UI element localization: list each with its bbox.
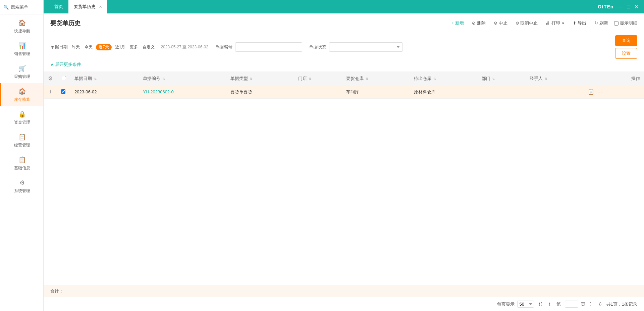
sidebar-item-purchase-mgmt[interactable]: 🛒 采购管理 [0,60,43,83]
pagination: 每页显示 20 50 100 ⟨⟨ ⟨ 第 1 页 ⟩ ⟩⟩ 共1页，1条记录 [44,297,644,311]
page-label: 第 [556,301,561,307]
col-date[interactable]: 单据日期 ⇅ [70,72,139,85]
sidebar-item-label: 系统管理 [14,188,30,194]
filter-row-1: 单据日期 昨天 今天 近7天 近1月 更多 自定义 2023-05-27 至 2… [50,35,637,59]
delete-button[interactable]: ⊘ 删除 [470,19,488,28]
row-req-warehouse: 车间库 [342,85,410,99]
row-checkbox[interactable] [61,89,65,94]
doc-number-input[interactable] [235,42,302,52]
search-icon: 🔍 [3,5,9,10]
query-button[interactable]: 查询 [615,35,637,46]
col-req-warehouse[interactable]: 要货仓库 ⇅ [342,72,410,85]
sidebar-search-label: 搜索菜单 [11,4,28,10]
stop-button[interactable]: ⊘ 中止 [492,19,509,28]
print-label: 🖨 打印 [546,20,560,26]
print-dropdown-icon[interactable]: ▼ [561,21,565,25]
sys-icon: ⚙ [19,179,25,186]
row-department [478,85,526,99]
print-button[interactable]: 🖨 打印 ▼ [544,19,567,28]
table-settings-icon[interactable]: ⚙ [48,76,53,81]
finance-icon: 🔒 [18,110,26,118]
col-actions: 操作 [584,72,644,85]
page-header: 要货单历史 + 新增 ⊘ 删除 ⊘ 中止 ⊘ 取消中止 🖨 打印 ▼ ⬆ 导出 … [44,13,644,31]
sidebar-item-quick-nav[interactable]: 🏠 快捷导航 [0,14,43,37]
row-edit-btn[interactable]: 📋 [588,89,594,95]
brand-label: OfTEn [598,4,613,9]
last-page-btn[interactable]: ⟩⟩ [596,301,604,307]
col-doc-type[interactable]: 单据类型 ⇅ [226,72,294,85]
cancel-stop-button[interactable]: ⊘ 取消中止 [514,19,540,28]
sidebar-item-label: 库存核算 [14,97,30,102]
expand-more-btn[interactable]: ∨ 展开更多条件 [50,61,637,68]
refresh-button[interactable]: ↻ 刷新 [592,19,610,28]
sort-date-icon: ⇅ [94,77,97,81]
col-store[interactable]: 门店 ⇅ [294,72,342,85]
tab-home[interactable]: 首页 [49,0,68,13]
date-custom[interactable]: 自定义 [141,44,156,50]
filter-area: 单据日期 昨天 今天 近7天 近1月 更多 自定义 2023-05-27 至 2… [44,31,644,72]
sidebar-item-inventory[interactable]: 🏠 库存核算 [0,83,43,106]
col-pending-warehouse[interactable]: 待出仓库 ⇅ [410,72,478,85]
row-more-btn[interactable]: ⋯ [597,89,602,95]
sidebar-item-label: 经营管理 [14,142,30,148]
sales-icon: 📊 [18,42,26,49]
export-button[interactable]: ⬆ 导出 [571,19,589,28]
col-handler[interactable]: 经手人 ⇅ [526,72,584,85]
first-page-btn[interactable]: ⟨⟨ [537,301,544,307]
date-more[interactable]: 更多 [128,44,139,50]
settings-button[interactable]: 设置 [615,48,637,59]
maximize-btn[interactable]: □ [627,4,630,10]
status-select[interactable] [329,42,403,52]
sidebar-item-sys-mgmt[interactable]: ⚙ 系统管理 [0,174,43,197]
display-detail-checkbox[interactable] [614,21,619,26]
toolbar: + 新增 ⊘ 删除 ⊘ 中止 ⊘ 取消中止 🖨 打印 ▼ ⬆ 导出 ↻ 刷新 显… [449,19,637,28]
sidebar-item-basic-info[interactable]: 📋 基础信息 [0,151,43,174]
page-size-label: 每页显示 [497,301,515,307]
sidebar-item-label: 资金管理 [14,120,30,125]
ops-icon: 📋 [18,133,26,141]
tab-requisition-history[interactable]: 要货单历史 ✕ [68,0,107,13]
date-yesterday[interactable]: 昨天 [70,44,81,50]
sort-handler-icon: ⇅ [545,77,547,81]
basic-info-icon: 📋 [18,156,26,164]
sidebar-item-finance-mgmt[interactable]: 🔒 资金管理 [0,106,43,129]
date-7days[interactable]: 近7天 [96,44,112,50]
row-handler [526,85,584,99]
sidebar-item-label: 采购管理 [14,74,30,80]
sidebar: 🔍 搜索菜单 🏠 快捷导航 📊 销售管理 🛒 采购管理 🏠 库存核算 🔒 资金管… [0,0,44,311]
sidebar-item-ops-mgmt[interactable]: 📋 经营管理 [0,129,43,151]
topbar-tabs: 首页 要货单历史 ✕ [49,0,107,13]
next-page-btn[interactable]: ⟩ [588,301,594,307]
date-today[interactable]: 今天 [83,44,94,50]
sort-pending-warehouse-icon: ⇅ [433,77,436,81]
display-detail-toggle[interactable]: 显示明细 [614,20,637,26]
tab-close-icon[interactable]: ✕ [99,5,102,9]
col-store-label: 门店 [298,76,307,81]
row-store [294,85,342,99]
content-area: 要货单历史 + 新增 ⊘ 删除 ⊘ 中止 ⊘ 取消中止 🖨 打印 ▼ ⬆ 导出 … [44,13,644,311]
new-button[interactable]: + 新增 [449,19,466,28]
prev-page-btn[interactable]: ⟨ [547,301,552,307]
sidebar-search[interactable]: 🔍 搜索菜单 [0,0,43,14]
col-date-label: 单据日期 [74,76,92,81]
col-department[interactable]: 部门 ⇅ [478,72,526,85]
page-input[interactable]: 1 [565,301,578,308]
doc-number-label: 单据编号 [215,44,232,50]
minimize-btn[interactable]: — [618,4,623,10]
date-label: 单据日期 [50,44,68,50]
filter-date: 单据日期 昨天 今天 近7天 近1月 更多 自定义 2023-05-27 至 2… [50,44,208,50]
col-pending-warehouse-label: 待出仓库 [414,76,431,81]
col-department-label: 部门 [482,76,490,81]
total-label: 合计： [50,288,63,294]
sidebar-item-sales-mgmt[interactable]: 📊 销售管理 [0,37,43,60]
sort-req-warehouse-icon: ⇅ [366,77,368,81]
sort-doc-type-icon: ⇅ [250,77,252,81]
date-1month[interactable]: 近1月 [114,44,127,50]
doc-number-link[interactable]: YH-20230602-0 [143,89,174,94]
select-all-checkbox[interactable] [62,76,66,80]
col-doc-number[interactable]: 单据编号 ⇅ [139,72,226,85]
page-size-select[interactable]: 20 50 100 [517,301,534,308]
sort-department-icon: ⇅ [492,77,495,81]
sort-doc-number-icon: ⇅ [162,77,165,81]
close-btn[interactable]: ✕ [634,4,639,10]
